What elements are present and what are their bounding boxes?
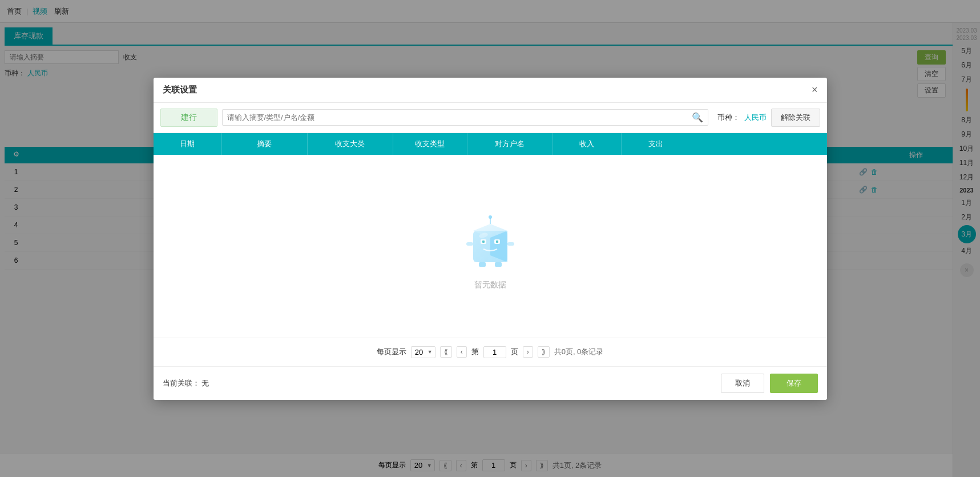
dialog-body: 建行 🔍 币种： 人民币 解除关联 日期 摘要 收支大类 收支类型 对方户名 收…	[154, 103, 827, 366]
association-dialog: 关联设置 × 建行 🔍 币种： 人民币 解除关联 日期 摘要 收支大类 收支类型…	[154, 78, 827, 400]
th-income: 收入	[553, 133, 622, 155]
footer-buttons: 取消 保存	[721, 374, 818, 393]
total-info: 共0页, 0条记录	[554, 347, 604, 357]
empty-icon	[462, 214, 519, 271]
dialog-search-toolbar: 建行 🔍 币种： 人民币 解除关联	[154, 103, 827, 133]
dialog-header: 关联设置 ×	[154, 78, 827, 103]
page-unit: 页	[511, 347, 518, 357]
th-counterpart: 对方户名	[467, 133, 553, 155]
current-link-label: 当前关联：	[163, 379, 200, 387]
empty-state: 暂无数据	[154, 155, 827, 338]
next-page-btn[interactable]: ›	[523, 346, 533, 358]
current-link-value: 无	[201, 379, 209, 387]
first-page-btn[interactable]: ⟪	[440, 346, 452, 358]
save-button[interactable]: 保存	[770, 374, 818, 393]
svg-rect-6	[496, 240, 498, 243]
bank-tag: 建行	[160, 109, 217, 127]
page-label: 第	[471, 347, 479, 357]
th-date: 日期	[154, 133, 222, 155]
svg-rect-9	[479, 262, 486, 267]
th-type: 收支类型	[393, 133, 467, 155]
cancel-button[interactable]: 取消	[721, 374, 764, 393]
svg-rect-12	[507, 242, 514, 246]
page-input[interactable]	[483, 346, 506, 358]
unlink-button[interactable]: 解除关联	[771, 109, 820, 127]
svg-rect-10	[495, 262, 502, 267]
page-size-select[interactable]: 20	[411, 346, 435, 358]
svg-rect-5	[482, 240, 485, 243]
dialog-close-btn[interactable]: ×	[812, 85, 818, 95]
last-page-btn[interactable]: ⟫	[538, 346, 550, 358]
svg-point-8	[489, 215, 492, 219]
page-size-select-wrap[interactable]: 20	[411, 346, 435, 358]
per-page-label: 每页显示	[377, 347, 406, 357]
search-input-wrap: 🔍	[222, 109, 708, 126]
th-summary: 摘要	[222, 133, 308, 155]
dialog-currency-label: 币种：	[717, 113, 740, 123]
dialog-footer: 当前关联： 无 取消 保存	[154, 366, 827, 400]
dialog-currency-value: 人民币	[744, 113, 767, 123]
dialog-table-header: 日期 摘要 收支大类 收支类型 对方户名 收入 支出	[154, 133, 827, 155]
svg-rect-11	[466, 242, 473, 246]
current-link-area: 当前关联： 无	[163, 378, 209, 388]
search-icon[interactable]: 🔍	[692, 112, 703, 123]
dialog-search-input[interactable]	[227, 113, 692, 122]
empty-text: 暂无数据	[474, 280, 506, 290]
dialog-title: 关联设置	[163, 85, 197, 95]
dialog-pagination: 每页显示 20 ⟪ ‹ 第 页 › ⟫ 共0页, 0条记录	[154, 338, 827, 366]
th-expense: 支出	[622, 133, 690, 155]
prev-page-btn[interactable]: ‹	[457, 346, 467, 358]
th-category: 收支大类	[308, 133, 393, 155]
